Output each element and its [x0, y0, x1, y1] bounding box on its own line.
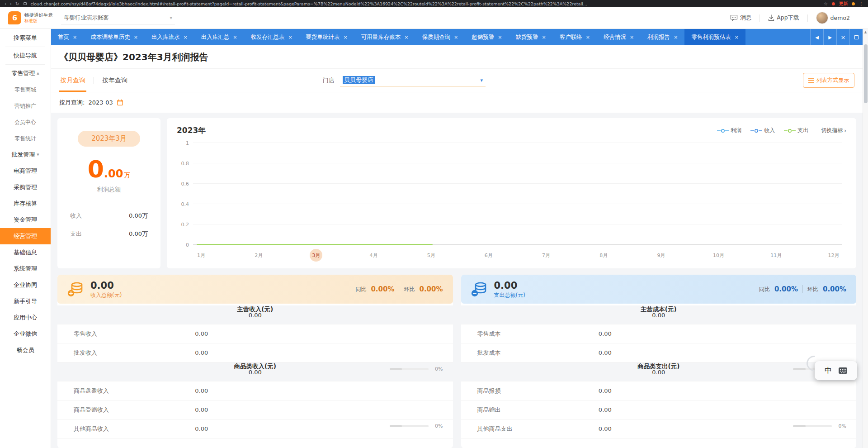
browser-menu-icon[interactable]: ⋮ — [859, 1, 863, 6]
sidebar-item-7[interactable]: 批发管理▼ — [0, 147, 51, 163]
tab-5[interactable]: 要货单统计表× — [299, 29, 354, 45]
sidebar-item-17[interactable]: 应用中心 — [0, 310, 51, 326]
scroll-up-arrow-icon[interactable]: ▲ — [863, 29, 868, 34]
bookmark-star-icon[interactable]: ☆ — [824, 1, 828, 6]
x-tick-7: 8月 — [595, 248, 612, 264]
sidebar-item-label: 企业微信 — [14, 330, 37, 338]
divider — [760, 14, 760, 22]
divider — [807, 14, 808, 22]
tab-close-icon[interactable]: × — [735, 34, 739, 40]
tab-close-icon[interactable]: × — [586, 34, 590, 40]
filter-date-value[interactable]: 2023-03 — [88, 99, 113, 106]
switch-metric-link[interactable]: 切换指标 › — [821, 127, 846, 134]
sidebar-item-4[interactable]: 营销推广 — [0, 98, 51, 114]
tabs-close-button[interactable]: × — [836, 29, 849, 45]
browser-refresh-icon[interactable]: ↻ — [15, 1, 19, 6]
extension-icon[interactable] — [832, 2, 835, 5]
list-view-button[interactable]: 列表方式显示 — [803, 73, 854, 88]
sidebar-item-11[interactable]: 资金管理 — [0, 212, 51, 228]
row-label: 零售成本 — [471, 330, 599, 338]
tab-close-icon[interactable]: × — [344, 34, 348, 40]
x-tick-8: 9月 — [653, 248, 669, 264]
calendar-icon[interactable] — [117, 99, 123, 106]
gridline — [193, 183, 842, 184]
tab-6[interactable]: 可用量库存账本× — [354, 29, 415, 45]
legend-item-1[interactable]: 收入 — [750, 127, 775, 134]
sidebar-item-9[interactable]: 采购管理 — [0, 179, 51, 195]
profile-avatar-icon[interactable] — [852, 2, 855, 5]
tab-label: 可用量库存账本 — [361, 33, 401, 41]
ime-widget[interactable]: 中 — [815, 361, 857, 380]
messages-button[interactable]: 消息 — [730, 14, 751, 22]
tab-close-icon[interactable]: × — [233, 34, 237, 40]
sidebar-item-10[interactable]: 库存核算 — [0, 195, 51, 212]
scrollbar-thumb[interactable] — [864, 44, 868, 103]
app-download-button[interactable]: App下载 — [768, 14, 799, 22]
sidebar-item-13[interactable]: 基础信息 — [0, 244, 51, 261]
tab-close-icon[interactable]: × — [454, 34, 458, 40]
tab-close-icon[interactable]: × — [630, 34, 634, 40]
tab-close-icon[interactable]: × — [404, 34, 408, 40]
sidebar-item-15[interactable]: 企业协同 — [0, 277, 51, 293]
tab-10[interactable]: 客户联络× — [553, 29, 597, 45]
sidebar-item-2[interactable]: 零售管理▲ — [0, 65, 51, 81]
tab-8[interactable]: 超储预警× — [465, 29, 509, 45]
sidebar-item-0[interactable]: 搜索菜单 — [0, 30, 51, 46]
gridline — [193, 163, 842, 163]
sidebar-item-label: 会员中心 — [14, 119, 36, 126]
tabs-scroll-right-button[interactable]: ▶ — [823, 29, 836, 45]
tabs-scroll-left-button[interactable]: ◀ — [810, 29, 823, 45]
tab-3[interactable]: 出入库汇总× — [194, 29, 244, 45]
sidebar-item-14[interactable]: 系统管理 — [0, 261, 51, 277]
tab-close-icon[interactable]: × — [674, 34, 678, 40]
account-select[interactable]: 母婴行业演示账套 ▾ — [61, 12, 175, 24]
tab-7[interactable]: 保质期查询× — [415, 29, 465, 45]
tab-close-icon[interactable]: × — [73, 34, 77, 40]
legend-item-2[interactable]: 支出 — [784, 127, 808, 134]
browser-back-icon[interactable]: ‹ — [5, 1, 6, 6]
table-row-3: 商品类收入(元)0.000% — [57, 362, 453, 381]
sidebar-item-3[interactable]: 零售商城 — [0, 81, 51, 98]
logo-edition-badge: 标准版 — [24, 18, 53, 24]
sidebar-item-1[interactable]: 快捷导航 — [0, 48, 51, 64]
store-select[interactable]: 贝贝母婴店 ▾ — [340, 74, 486, 86]
sidebar-item-18[interactable]: 企业微信 — [0, 326, 51, 342]
tab-strip: 首页×成本调整单历史×出入库流水×出入库汇总×收发存汇总表×要货单统计表×可用量… — [51, 29, 810, 45]
tab-13[interactable]: 零售利润预估表× — [684, 29, 745, 45]
sidebar-item-19[interactable]: 畅会员 — [0, 342, 51, 358]
store-select-value: 贝贝母婴店 — [343, 76, 375, 84]
row-label: 零售收入 — [67, 330, 195, 338]
tab-close-icon[interactable]: × — [288, 34, 292, 40]
address-bar[interactable]: cloud.chanjet.com/nsy/d48of74daqxj/iole3… — [30, 1, 587, 6]
sidebar-item-6[interactable]: 零售统计 — [0, 130, 51, 147]
tab-4[interactable]: 收发存汇总表× — [244, 29, 299, 45]
browser-forward-icon[interactable]: › — [10, 1, 12, 6]
row-value: 0.00 — [599, 330, 653, 337]
sidebar-item-12[interactable]: 经营管理 — [0, 228, 51, 244]
tab-bar: 首页×成本调整单历史×出入库流水×出入库汇总×收发存汇总表×要货单统计表×可用量… — [51, 29, 863, 45]
tab-query-by-year[interactable]: 按年查询 — [101, 69, 128, 92]
tab-0[interactable]: 首页× — [51, 29, 84, 45]
tab-close-icon[interactable]: × — [183, 34, 187, 40]
sidebar-item-5[interactable]: 会员中心 — [0, 114, 51, 130]
tab-11[interactable]: 经营情况× — [597, 29, 641, 45]
user-menu[interactable]: demo2 — [816, 12, 850, 24]
lock-icon — [24, 2, 27, 5]
tab-9[interactable]: 缺货预警× — [509, 29, 552, 45]
browser-update-badge[interactable]: 更新 — [839, 1, 848, 7]
keyboard-icon[interactable] — [839, 367, 847, 374]
tab-2[interactable]: 出入库流水× — [145, 29, 194, 45]
tab-12[interactable]: 利润报告× — [641, 29, 684, 45]
fullscreen-button[interactable] — [849, 29, 863, 45]
filter-label: 按月查询: — [59, 99, 85, 107]
sidebar-item-16[interactable]: 新手引导 — [0, 293, 51, 310]
vertical-scrollbar[interactable]: ▲ — [863, 29, 868, 448]
tab-1[interactable]: 成本调整单历史× — [84, 29, 145, 45]
sidebar-item-8[interactable]: 电商管理 — [0, 163, 51, 179]
tab-query-by-month[interactable]: 按月查询 — [59, 69, 86, 92]
tab-close-icon[interactable]: × — [542, 34, 546, 40]
tab-close-icon[interactable]: × — [134, 34, 138, 40]
row-progress: 0% — [390, 423, 443, 429]
tab-close-icon[interactable]: × — [498, 34, 502, 40]
legend-item-0[interactable]: 利润 — [717, 127, 741, 134]
